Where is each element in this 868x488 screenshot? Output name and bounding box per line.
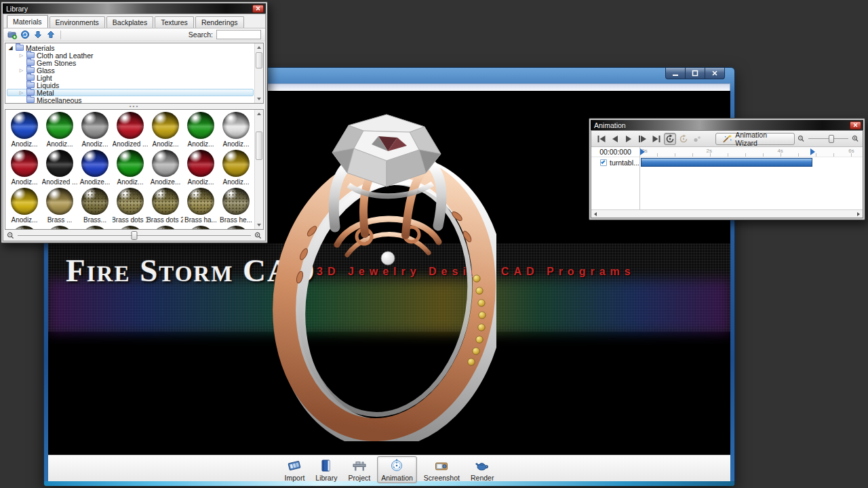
- material-swatch[interactable]: [222, 188, 250, 215]
- timeline-zoom-out-icon[interactable]: [797, 135, 804, 142]
- material-swatch[interactable]: [81, 112, 108, 139]
- skip-to-start-button[interactable]: [595, 133, 608, 145]
- material-swatch[interactable]: [152, 112, 179, 139]
- play-button[interactable]: [623, 133, 635, 145]
- zoom-slider-track[interactable]: [18, 235, 251, 236]
- material-swatch[interactable]: [187, 112, 214, 139]
- material-swatch[interactable]: [81, 226, 108, 230]
- material-swatch-label: Brass ...: [47, 216, 73, 224]
- swatch-scrollbar[interactable]: [254, 110, 263, 229]
- zoom-in-icon[interactable]: [254, 232, 262, 239]
- material-swatch[interactable]: [46, 226, 73, 230]
- add-library-icon[interactable]: [7, 30, 17, 39]
- material-swatch[interactable]: [187, 226, 214, 230]
- material-swatch[interactable]: [152, 150, 179, 177]
- search-input[interactable]: [216, 30, 261, 39]
- dock-item-import[interactable]: Import: [281, 456, 309, 483]
- tree-expanded-icon[interactable]: ◢: [7, 45, 14, 51]
- step-back-button[interactable]: [609, 133, 621, 145]
- animation-title-bar[interactable]: Animation: [591, 120, 863, 130]
- timeline-zoom-in-icon[interactable]: [852, 135, 859, 142]
- tree-collapsed-icon[interactable]: ▷: [18, 90, 24, 95]
- material-swatch[interactable]: [117, 188, 144, 215]
- zoom-slider-thumb[interactable]: [132, 231, 138, 240]
- loop-playback-button[interactable]: [664, 133, 676, 145]
- material-swatch[interactable]: [81, 188, 108, 215]
- material-swatch[interactable]: [117, 150, 144, 177]
- scroll-down-icon[interactable]: [255, 95, 263, 103]
- tab-textures[interactable]: Textures: [155, 16, 194, 28]
- material-swatch[interactable]: [46, 188, 73, 215]
- dock-item-animation[interactable]: Animation: [377, 456, 417, 483]
- step-forward-button[interactable]: [636, 133, 648, 145]
- tree-collapsed-icon[interactable]: ▷: [18, 53, 24, 58]
- dock-item-render[interactable]: Render: [467, 456, 498, 483]
- close-button[interactable]: [705, 68, 725, 79]
- animation-close-button[interactable]: [850, 121, 861, 129]
- material-swatch[interactable]: [11, 188, 38, 215]
- dock-item-screenshot[interactable]: Screenshot: [420, 456, 464, 483]
- material-swatch[interactable]: [11, 226, 38, 230]
- tab-backplates[interactable]: Backplates: [106, 16, 153, 28]
- track-row-turntable[interactable]: turntabl...: [591, 157, 639, 167]
- material-swatch[interactable]: [222, 226, 250, 230]
- scroll-up-icon[interactable]: [255, 110, 263, 118]
- library-close-button[interactable]: [252, 5, 264, 13]
- animation-wizard-button[interactable]: Animation Wizard: [715, 133, 795, 145]
- scroll-down-icon[interactable]: [255, 221, 263, 229]
- scroll-up-icon[interactable]: [255, 43, 263, 52]
- move-up-icon[interactable]: [46, 30, 56, 39]
- scrollbar-thumb[interactable]: [256, 131, 262, 160]
- zoom-out-icon[interactable]: [7, 232, 14, 239]
- scroll-left-icon[interactable]: [594, 212, 597, 216]
- dock-item-project[interactable]: Project: [344, 456, 374, 483]
- library-title-bar[interactable]: Library: [3, 3, 266, 14]
- tree-item-light[interactable]: Light: [7, 74, 254, 81]
- skip-to-end-button[interactable]: [650, 133, 663, 145]
- tree-collapsed-icon[interactable]: ▷: [18, 68, 24, 73]
- track-checkbox[interactable]: [600, 159, 607, 166]
- material-swatch[interactable]: [152, 188, 179, 215]
- material-swatch[interactable]: [46, 112, 73, 139]
- tree-item-gem-stones[interactable]: Gem Stones: [7, 59, 254, 66]
- material-swatch[interactable]: [117, 112, 144, 139]
- range-end-marker[interactable]: [810, 148, 815, 155]
- timeline-zoom-slider[interactable]: [808, 138, 848, 139]
- record-turntable-button[interactable]: [677, 133, 690, 145]
- tab-renderings[interactable]: Renderings: [195, 16, 244, 28]
- material-swatch[interactable]: [117, 226, 144, 230]
- scroll-right-icon[interactable]: [857, 212, 860, 216]
- scrollbar-thumb[interactable]: [256, 52, 262, 68]
- material-swatch[interactable]: [222, 150, 250, 177]
- minimize-button[interactable]: [665, 68, 686, 79]
- material-swatch[interactable]: [81, 150, 108, 177]
- tree-item-miscellaneous[interactable]: Miscellaneous: [7, 96, 254, 104]
- timeline-hscrollbar[interactable]: [591, 209, 863, 218]
- turntable-clip-bar[interactable]: [641, 158, 812, 167]
- maximize-button[interactable]: [685, 68, 705, 79]
- tree-item-cloth-and-leather[interactable]: ▷ Cloth and Leather: [7, 52, 254, 59]
- tree-item-metal[interactable]: ▷ Metal: [7, 89, 254, 96]
- dock-item-library[interactable]: Library: [311, 456, 341, 483]
- material-swatch[interactable]: [11, 112, 38, 139]
- tree-item-liquids[interactable]: Liquids: [7, 81, 254, 89]
- tree-scrollbar[interactable]: [254, 43, 263, 103]
- material-swatch[interactable]: [46, 150, 73, 177]
- material-swatch[interactable]: [152, 226, 179, 230]
- panel-splitter[interactable]: •••: [3, 104, 265, 109]
- timeline-ruler[interactable]: 0s 2s 4s 6s: [640, 147, 863, 157]
- tab-environments[interactable]: Environments: [50, 16, 105, 28]
- animation-settings-button[interactable]: [691, 133, 703, 145]
- material-swatch[interactable]: [187, 188, 214, 215]
- tree-root-materials[interactable]: ◢ Materials: [7, 44, 254, 52]
- playhead-marker[interactable]: [640, 148, 645, 155]
- timeline-track-area[interactable]: 0s 2s 4s 6s: [640, 147, 863, 209]
- timeline-zoom-thumb[interactable]: [829, 135, 834, 143]
- material-swatch[interactable]: [222, 112, 250, 139]
- material-swatch[interactable]: [187, 150, 214, 177]
- tree-item-glass[interactable]: ▷ Glass: [7, 66, 254, 74]
- move-down-icon[interactable]: [33, 30, 43, 39]
- tab-materials[interactable]: Materials: [7, 15, 48, 28]
- material-swatch[interactable]: [11, 150, 38, 177]
- refresh-icon[interactable]: [20, 30, 30, 39]
